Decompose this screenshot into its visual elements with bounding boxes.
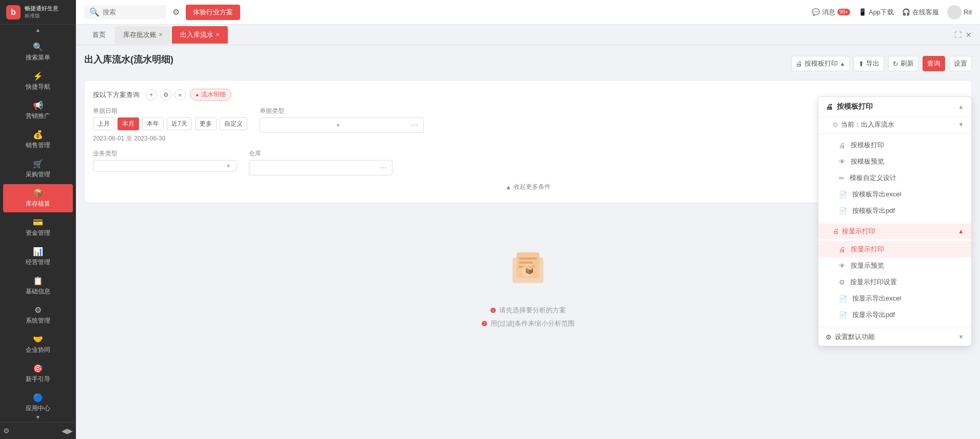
dropdown-display-preview-label: 按显示预览 [851,261,884,270]
empty-hint-1: ❶ 请先选择要分析的方案 [490,306,566,315]
tab-inout-flow[interactable]: 出入库流水 ✕ [172,26,228,44]
system-icon: ⚙ [34,305,42,315]
search-icon: 🔍 [33,42,43,52]
sidebar-item-appstore[interactable]: 🔵 应用中心 [3,389,73,412]
template-custom-icon: ✏ [839,174,845,182]
topbar-search-input[interactable] [103,8,154,16]
date-btn-custom[interactable]: 自定义 [220,117,247,130]
svg-rect-3 [519,262,533,264]
enterprise-icon: 🤝 [33,334,43,344]
topbar-right: 💬 消息 99+ 📱 App下载 🎧 在线客服 Rit [812,5,972,19]
date-btn-7days[interactable]: 近7天 [167,117,192,130]
sidebar-item-guide[interactable]: 🎯 新手引导 [3,360,73,388]
sidebar-item-finance[interactable]: 💳 资金管理 [3,213,73,242]
sidebar-item-shortcut[interactable]: ⚡ 快捷导航 [3,67,73,95]
headset-icon: 🎧 [902,8,910,16]
sidebar-item-search[interactable]: 🔍 搜索菜单 [3,38,73,66]
finance-icon: 💳 [33,217,43,227]
export-button[interactable]: ⬆ 导出 [854,56,884,71]
dropdown-display-print[interactable]: 🖨 按显示打印 [818,241,971,257]
filter-settings-btn[interactable]: ⚙ [160,89,171,101]
date-btn-this-month[interactable]: 本月 [117,117,139,130]
dropdown-chevron-icon: ▲ [958,103,964,110]
sidebar-item-basic[interactable]: 📋 基础信息 [3,272,73,300]
filter-date-label: 单据日期 [93,107,247,115]
dropdown-footer[interactable]: ⚙ 设置默认功能 ▼ [818,328,971,346]
filter-business-type-select[interactable]: ▼ [93,160,237,172]
sidebar-settings-btn[interactable]: ⚙ [3,427,10,435]
tab-inventory-batch-close[interactable]: ✕ [159,32,163,37]
filter-date-range: 2023-06-01 至 2023-06-30 [93,134,247,143]
sidebar-item-marketing[interactable]: 📢 营销推广 [3,96,73,125]
dropdown-display-print-label: 按显示打印 [851,245,884,254]
date-btn-last-month[interactable]: 上月 [93,117,114,130]
sidebar-item-sales[interactable]: 💰 销售管理 [3,126,73,154]
logo-sub: 标准版 [25,12,58,19]
purchase-icon: 🛒 [33,159,43,169]
sidebar-item-label: 营销推广 [26,112,50,121]
dropdown-template-print-label: 按模板打印 [851,141,884,150]
dropdown-template-print[interactable]: 🖨 按模板打印 [818,137,971,153]
topbar-service[interactable]: 🎧 在线客服 [902,8,939,17]
dropdown-current[interactable]: ⊙ 当前：出入库流水 ▼ [818,117,971,132]
logo-name: 畅捷通好生意 [25,5,58,12]
topbar-app-download[interactable]: 📱 App下载 [858,8,894,17]
date-btn-more[interactable]: 更多 [195,117,217,130]
filter-add-btn[interactable]: + [146,89,157,101]
shortcut-icon: ⚡ [33,71,43,81]
dropdown-display-pdf[interactable]: 📄 按显示导出pdf [818,307,971,323]
tab-maximize-icon[interactable]: ⛶ [954,31,962,39]
trial-button[interactable]: 体验行业方案 [186,5,240,20]
topbar-search-icon: 🔍 [89,7,100,17]
sidebar-scroll-up[interactable]: ▲ [0,25,76,35]
settings-button[interactable]: 设置 [949,56,972,71]
dropdown-header[interactable]: 🖨 按模板打印 ▲ [818,97,971,117]
filter-bill-type-select[interactable]: ▼ ··· [260,117,424,133]
sidebar-collapse-btn[interactable]: ◀▶ [62,427,73,435]
sidebar-item-label: 经营管理 [26,258,50,267]
topbar-message[interactable]: 💬 消息 99+ [812,8,850,17]
dropdown-template-preview[interactable]: 👁 按模板预览 [818,153,971,170]
sidebar-item-purchase[interactable]: 🛒 采购管理 [3,155,73,183]
topbar-gear-icon[interactable]: ⚙ [172,7,180,17]
sidebar-item-system[interactable]: ⚙ 系统管理 [3,301,73,329]
query-button[interactable]: 查询 [923,56,945,71]
inventory-icon: 📦 [33,188,43,198]
filter-active-tag[interactable]: ● 流水明细 [190,89,231,101]
dropdown-template-export-excel[interactable]: 📄 按模板导出excel [818,186,971,203]
page-title: 出入库流水(流水明细) [84,53,173,66]
filter-collapse-left-btn[interactable]: « [174,89,186,101]
sidebar-item-enterprise[interactable]: 🤝 企业协同 [3,330,73,358]
filter-group-bill-type: 单据类型 ▼ ··· [260,107,424,133]
sidebar-item-inventory[interactable]: 📦 库存核算 [3,184,73,212]
filter-warehouse-select[interactable]: ··· [249,160,393,175]
dropdown-template-export-pdf[interactable]: 📄 按模板导出pdf [818,203,971,219]
tab-inventory-batch[interactable]: 库存批次账 ✕ [115,26,171,44]
sidebar-scroll-down[interactable]: ▼ [0,412,76,422]
dropdown-display-excel[interactable]: 📄 按显示导出excel [818,290,971,307]
tab-close-icon[interactable]: ✕ [966,31,972,39]
sidebar-item-label: 销售管理 [26,141,50,150]
dropdown-display-preview[interactable]: 👁 按显示预览 [818,257,971,274]
dropdown-display-settings[interactable]: ⚙ 按显示打印设置 [818,274,971,290]
dropdown-current-label: 当前：出入库流水 [841,120,894,129]
dropdown-template-custom[interactable]: ✏ 模板自定义设计 [818,170,971,186]
dropdown-template-preview-label: 按模板预览 [851,157,884,166]
page-content: 出入库流水(流水明细) 🖨 按模板打印 ▲ ⬆ 导出 ↻ 刷新 查询 [76,45,980,439]
tab-inout-flow-close[interactable]: ✕ [215,32,220,37]
date-btn-this-year[interactable]: 本年 [142,117,164,130]
refresh-button[interactable]: ↻ 刷新 [888,56,918,71]
topbar-user[interactable]: Rit [947,5,972,19]
template-print-button[interactable]: 🖨 按模板打印 ▲ [791,56,850,71]
sidebar-item-operation[interactable]: 📊 经营管理 [3,243,73,271]
display-pdf-icon: 📄 [839,311,847,319]
logo-text: 畅捷通好生意 标准版 [25,5,58,19]
export-icon: ⬆ [858,60,864,68]
settings-label: 设置 [954,59,967,68]
dropdown-display-section-header[interactable]: 🖨 按显示打印 ▲ [818,224,971,239]
topbar-search-box[interactable]: 🔍 [84,5,166,19]
tab-home[interactable]: 首页 [84,26,114,44]
operation-icon: 📊 [33,247,43,256]
collapse-icon: ▲ [505,184,512,191]
tabs-bar: 首页 库存批次账 ✕ 出入库流水 ✕ ⛶ ✕ [76,25,980,45]
